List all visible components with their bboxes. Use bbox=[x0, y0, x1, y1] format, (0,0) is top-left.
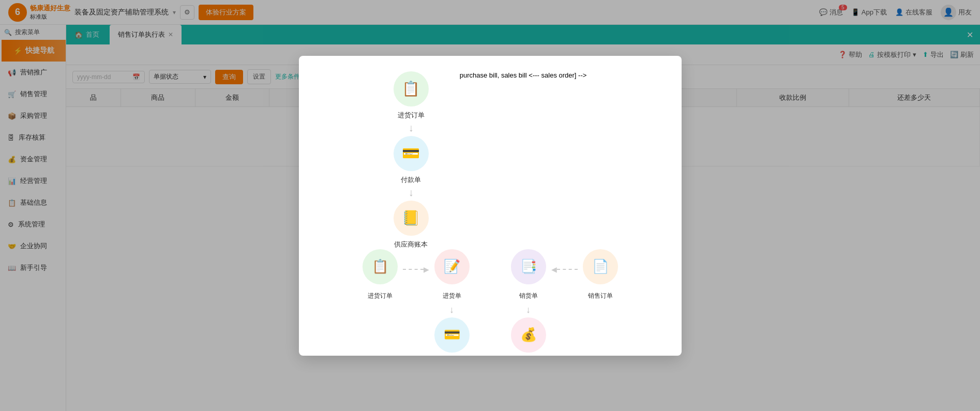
flow-row-1: 📋 进货订单 ▶ 📝 进货单 bbox=[320, 249, 661, 300]
flow-supplier-ledger[interactable]: 📒 供应商账本 bbox=[394, 201, 429, 249]
flow-purchase-order[interactable]: 📋 进货订单 bbox=[394, 71, 429, 120]
flow-so[interactable]: 📄 销售订单 bbox=[583, 249, 618, 300]
flow-pb[interactable]: 📝 进货单 bbox=[434, 249, 470, 300]
modal-content: 📋 进货订单 ↓ 💳 付款单 ↓ 📒 供应商账本 bbox=[299, 56, 682, 356]
flow-diagram-proper: 📋 进货订单 ▶ 📝 进货单 bbox=[320, 249, 661, 356]
arrow-down-1: ↓ bbox=[409, 122, 414, 134]
flow-arrows-row2: ↓ ↓ bbox=[320, 305, 661, 315]
purchase-order-label: 进货订单 bbox=[398, 111, 425, 120]
flow-po[interactable]: 📋 进货订单 bbox=[363, 249, 398, 300]
purchase-order-icon: 📋 bbox=[394, 71, 429, 106]
flow-left-col: 📋 进货订单 ↓ 💳 付款单 ↓ 📒 供应商账本 bbox=[394, 71, 429, 249]
arrow-down-pb: ↓ bbox=[434, 305, 470, 315]
flow-row-3: 💳 付款单 💰 收款单 bbox=[320, 317, 661, 356]
flow-receipt[interactable]: 💰 收款单 bbox=[511, 317, 546, 356]
so-circle: 📄 bbox=[583, 249, 618, 284]
modal-overlay[interactable]: 📋 进货订单 ↓ 💳 付款单 ↓ 📒 供应商账本 bbox=[0, 0, 980, 411]
flow-sb[interactable]: 📑 销货单 bbox=[511, 249, 546, 300]
arrow-left-1: ◀ bbox=[551, 265, 578, 273]
sb-circle: 📑 bbox=[511, 249, 546, 284]
po-label: 进货订单 bbox=[368, 292, 393, 300]
flow-payment[interactable]: 💳 付款单 bbox=[434, 317, 470, 356]
payment-bill-icon: 💳 bbox=[394, 136, 429, 171]
arrow-right-1: ▶ bbox=[403, 265, 429, 273]
so-label: 销售订单 bbox=[588, 292, 613, 300]
arrow-down-2: ↓ bbox=[409, 187, 414, 199]
supplier-ledger-label: 供应商账本 bbox=[394, 240, 428, 249]
po-circle: 📋 bbox=[363, 249, 398, 284]
pb-circle: 📝 bbox=[434, 249, 470, 284]
arrow-down-sb: ↓ bbox=[511, 305, 546, 315]
flow-modal: 📋 进货订单 ↓ 💳 付款单 ↓ 📒 供应商账本 bbox=[299, 56, 682, 356]
payment-bill-label: 付款单 bbox=[401, 175, 421, 185]
flow-diagram: 📋 进货订单 ↓ 💳 付款单 ↓ 📒 供应商账本 bbox=[320, 71, 661, 249]
pb-label: 进货单 bbox=[443, 292, 461, 300]
flow-payment-bill[interactable]: 💳 付款单 bbox=[394, 136, 429, 185]
receipt-circle: 💰 bbox=[511, 317, 546, 353]
supplier-ledger-icon: 📒 bbox=[394, 201, 429, 236]
payment-circle: 💳 bbox=[434, 317, 470, 353]
sb-label: 销货单 bbox=[519, 292, 538, 300]
